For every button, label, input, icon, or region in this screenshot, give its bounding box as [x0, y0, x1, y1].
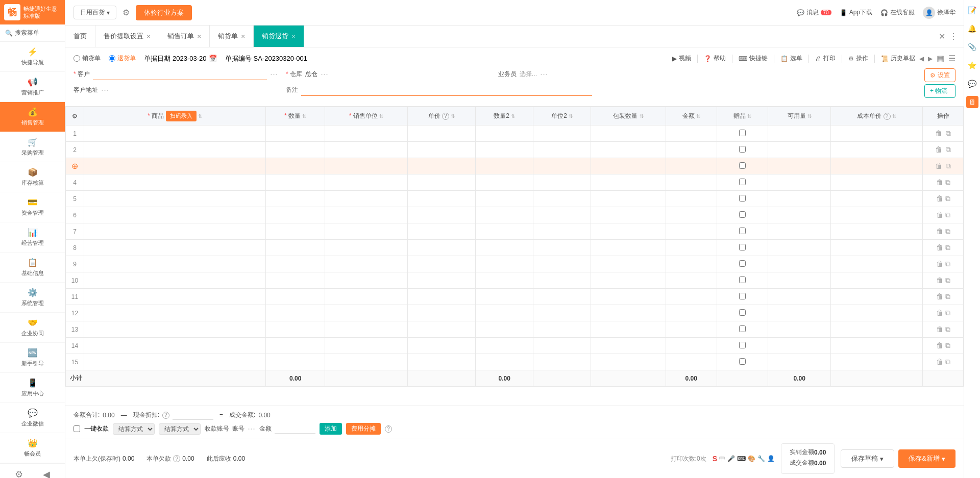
cell-pkg-qty[interactable]: [591, 142, 666, 158]
delete-row-icon[interactable]: 🗑: [935, 162, 942, 170]
debt-info-icon[interactable]: ?: [173, 455, 180, 462]
view-list-icon[interactable]: ☰: [948, 54, 955, 63]
cell-price[interactable]: [407, 158, 476, 174]
sidebar-item-enterprise[interactable]: 🤝 企业协同: [0, 313, 65, 343]
delete-row-icon[interactable]: 🗑: [935, 145, 942, 154]
copy-row-icon[interactable]: ⧉: [946, 129, 951, 137]
copy-row-icon[interactable]: ⧉: [945, 178, 950, 186]
nav-next-icon[interactable]: ▶: [928, 55, 933, 62]
sort-gift-icon[interactable]: ⇅: [747, 113, 751, 119]
sidebar-item-system[interactable]: ⚙️ 系统管理: [0, 283, 65, 313]
sidebar-item-basic[interactable]: 📋 基础信息: [0, 253, 65, 283]
cell-pkg-qty[interactable]: [591, 125, 666, 142]
copy-row-icon[interactable]: ⧉: [945, 194, 950, 203]
sort-pkgqty-icon[interactable]: ⇅: [640, 113, 644, 119]
right-panel-icon-5[interactable]: 💬: [966, 78, 978, 90]
remark-input[interactable]: [301, 84, 592, 96]
bank-dots[interactable]: ···: [248, 423, 255, 434]
unit-price-info-icon[interactable]: ?: [442, 113, 449, 120]
copy-row-icon[interactable]: ⧉: [945, 341, 950, 349]
delete-row-icon[interactable]: 🗑: [935, 129, 942, 137]
copy-row-icon[interactable]: ⧉: [945, 292, 950, 300]
add-row-icon[interactable]: ⊕: [71, 162, 78, 170]
product-input[interactable]: [88, 162, 261, 170]
delete-row-icon[interactable]: 🗑: [936, 325, 943, 333]
delete-row-icon[interactable]: 🗑: [936, 341, 943, 349]
action-help[interactable]: ❓ 帮助: [704, 54, 726, 63]
keyboard-icon[interactable]: ⌨: [737, 455, 746, 462]
save-new-btn[interactable]: 保存&新增 ▾: [898, 449, 955, 468]
add-btn[interactable]: 添加: [320, 423, 342, 435]
cell-amount[interactable]: [666, 158, 717, 174]
tab-home[interactable]: 首页: [65, 26, 95, 47]
cell-gift[interactable]: [717, 125, 768, 142]
cell-price[interactable]: [407, 142, 476, 158]
delete-row-icon[interactable]: 🗑: [936, 194, 943, 203]
cell-product[interactable]: [84, 142, 266, 158]
view-grid-icon[interactable]: ▦: [937, 54, 944, 63]
close-all-icon[interactable]: ✕: [939, 32, 945, 41]
cost-price-info-icon[interactable]: ?: [884, 113, 891, 120]
tab-sales-order[interactable]: 销售订单 ✕: [159, 26, 210, 47]
sort-qty2-icon[interactable]: ⇅: [511, 113, 515, 119]
sort-cost-icon[interactable]: ⇅: [892, 113, 896, 119]
delete-row-icon[interactable]: 🗑: [936, 227, 943, 235]
sidebar-item-shortcut[interactable]: ⚡ 快捷导航: [0, 42, 65, 72]
delete-row-icon[interactable]: 🗑: [936, 243, 943, 251]
online-service-item[interactable]: 🎧 在线客服: [880, 8, 915, 17]
mic-icon[interactable]: 🎤: [727, 455, 735, 462]
fee-info-icon[interactable]: ?: [385, 425, 392, 433]
action-history[interactable]: 📜 历史单据: [881, 54, 915, 63]
cell-qty2[interactable]: [476, 158, 533, 174]
cell-cost-price[interactable]: [831, 125, 923, 142]
right-panel-icon-3[interactable]: 📎: [966, 41, 978, 53]
nav-prev-icon[interactable]: ◀: [919, 55, 924, 62]
cell-unit[interactable]: [325, 142, 408, 158]
tab-sales-order-close-icon[interactable]: ✕: [197, 34, 201, 39]
sort-price-icon[interactable]: ⇅: [451, 113, 455, 119]
cell-unit2[interactable]: [533, 142, 591, 158]
copy-row-icon[interactable]: ⧉: [945, 325, 950, 333]
fee-btn[interactable]: 费用分摊: [346, 423, 381, 435]
cell-product[interactable]: [84, 158, 266, 174]
right-panel-icon-2[interactable]: 🔔: [966, 22, 978, 35]
col-settings-icon[interactable]: ⚙: [72, 113, 78, 120]
cell-product[interactable]: [84, 125, 266, 142]
copy-row-icon[interactable]: ⧉: [945, 227, 950, 235]
warehouse-dots[interactable]: ···: [321, 69, 328, 80]
customer-dots[interactable]: ···: [270, 69, 278, 80]
sort-amount-icon[interactable]: ⇅: [696, 113, 700, 119]
action-video[interactable]: ▶ 视频: [672, 54, 691, 63]
user-small-icon[interactable]: 👤: [767, 455, 775, 462]
sort-unit-icon[interactable]: ⇅: [379, 113, 383, 119]
skin-icon[interactable]: 🎨: [748, 455, 755, 462]
delete-row-icon[interactable]: 🗑: [936, 178, 943, 186]
save-draft-btn[interactable]: 保存草稿 ▾: [841, 449, 894, 468]
copy-row-icon[interactable]: ⧉: [945, 276, 950, 284]
sidebar-item-sales[interactable]: 💰 销售管理: [0, 102, 65, 132]
tab-sales-delivery-close-icon[interactable]: ✕: [241, 34, 245, 39]
sort-product-icon[interactable]: ⇅: [198, 113, 202, 119]
tools-icon[interactable]: 🔧: [757, 455, 765, 462]
action-select[interactable]: 📋 选单: [780, 54, 802, 63]
sidebar-item-inventory[interactable]: 📦 库存核算: [0, 162, 65, 192]
copy-row-icon[interactable]: ⧉: [946, 145, 951, 154]
message-item[interactable]: 💬 消息 70: [797, 8, 831, 17]
sidebar-item-marketing[interactable]: 📢 营销推广: [0, 72, 65, 102]
delete-row-icon[interactable]: 🗑: [936, 292, 943, 300]
app-download-item[interactable]: 📱 App下载: [840, 8, 872, 17]
right-panel-icon-6[interactable]: 🖥: [966, 96, 978, 108]
cell-available[interactable]: [768, 142, 831, 158]
right-panel-icon-1[interactable]: 📝: [966, 4, 978, 16]
tab-price-close-icon[interactable]: ✕: [146, 34, 151, 39]
sidebar-item-finance[interactable]: 💳 资金管理: [0, 192, 65, 222]
copy-row-icon[interactable]: ⧉: [945, 309, 950, 317]
copy-row-icon[interactable]: ⧉: [945, 358, 950, 366]
delete-row-icon[interactable]: 🗑: [936, 276, 943, 284]
cash-discount-info-icon[interactable]: ?: [162, 412, 169, 419]
cell-unit2[interactable]: [533, 158, 591, 174]
cell-cost-price[interactable]: [831, 142, 923, 158]
settings-gear-icon[interactable]: ⚙: [122, 8, 130, 17]
cell-price[interactable]: [407, 125, 476, 142]
one-click-payment-checkbox[interactable]: [74, 425, 80, 432]
